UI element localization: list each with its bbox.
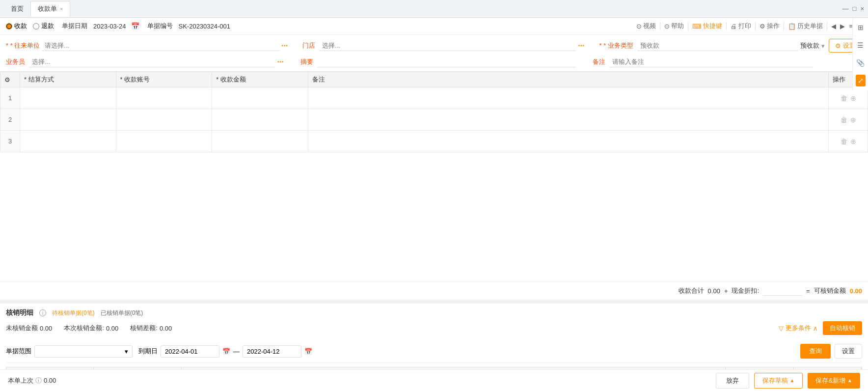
counterpart-more-icon[interactable]: ··· bbox=[281, 41, 288, 50]
staff-field: 业务员 ··· bbox=[6, 56, 284, 67]
range-label: 单据范围 bbox=[6, 347, 31, 356]
biz-type-arrow-icon[interactable]: ▾ bbox=[821, 42, 825, 50]
tab-close-icon[interactable]: × bbox=[60, 6, 63, 12]
shop-more-icon[interactable]: ··· bbox=[578, 41, 584, 50]
row-1-settle[interactable] bbox=[20, 87, 116, 109]
radio-refund[interactable]: 退款 bbox=[33, 22, 54, 30]
calendar-to-icon[interactable]: 📅 bbox=[304, 348, 312, 355]
search-btn[interactable]: 查询 bbox=[800, 344, 831, 359]
action-btn[interactable]: ⚙ 操作 bbox=[760, 22, 780, 30]
counterpart-input[interactable] bbox=[42, 40, 279, 51]
row-1-remark[interactable] bbox=[308, 87, 828, 109]
discount-input[interactable] bbox=[763, 286, 802, 296]
row-2-settle[interactable] bbox=[20, 109, 116, 131]
current-label: 本次核销金额: bbox=[64, 324, 104, 333]
staff-label: 业务员 bbox=[6, 57, 25, 66]
history-btn[interactable]: 📋 历史单据 bbox=[788, 22, 823, 30]
due-label: 到期日 bbox=[138, 347, 158, 356]
tab-active-label: 收款单 bbox=[38, 4, 57, 13]
row-3-actions: 🗑 ⊕ bbox=[829, 131, 868, 152]
divider6 bbox=[827, 22, 827, 30]
divider3 bbox=[726, 22, 727, 30]
video-btn[interactable]: ⊙ 视频 bbox=[636, 22, 656, 30]
print-btn[interactable]: 🖨 打印 bbox=[731, 22, 751, 30]
row-3-account[interactable] bbox=[116, 131, 212, 152]
biz-type-input[interactable] bbox=[637, 40, 798, 51]
available-label: 可核销金额 bbox=[814, 286, 846, 295]
range-select[interactable]: ▾ bbox=[34, 345, 133, 358]
save-draft-arrow-icon[interactable]: ▲ bbox=[790, 378, 795, 383]
shortcut-btn[interactable]: ⌨ 快捷键 bbox=[692, 22, 722, 30]
sidebar-attach-icon[interactable]: 📎 bbox=[854, 57, 867, 69]
sidebar-expand-icon[interactable]: ⤢ bbox=[856, 75, 866, 86]
date-from-input[interactable] bbox=[161, 345, 219, 358]
diff-label: 核销差额: bbox=[130, 324, 158, 333]
date-to-input[interactable] bbox=[243, 345, 301, 358]
row-num-1: 1 bbox=[0, 87, 20, 109]
last-order-info: 本单上次 ⓘ 0.00 bbox=[8, 376, 56, 385]
shop-input[interactable] bbox=[319, 40, 576, 51]
row-2-remark[interactable] bbox=[308, 109, 828, 131]
summary-input[interactable] bbox=[317, 56, 576, 67]
auto-writeoff-btn[interactable]: 自动核销 bbox=[823, 321, 862, 335]
tab-home-label: 首页 bbox=[11, 4, 24, 13]
toolbar-row: 收款 退款 单据日期 2023-03-24 📅 单据编号 SK-20230324… bbox=[0, 18, 868, 35]
nav-prev-icon[interactable]: ◀ bbox=[831, 23, 836, 30]
table-gear-header[interactable]: ⚙ bbox=[0, 72, 20, 87]
row-1-account[interactable] bbox=[116, 87, 212, 109]
filter-icon: ▽ bbox=[779, 325, 784, 332]
right-sidebar: ⊞ ☰ 📎 ⤢ bbox=[852, 18, 868, 90]
tab-home[interactable]: 首页 bbox=[4, 1, 30, 16]
close-window-icon[interactable]: × bbox=[860, 5, 864, 12]
row-3-copy-icon[interactable]: ⊕ bbox=[850, 138, 856, 145]
row-2-copy-icon[interactable]: ⊕ bbox=[850, 116, 856, 124]
save-new-button[interactable]: 保存&新增 ▲ bbox=[808, 373, 860, 389]
save-new-arrow-icon[interactable]: ▲ bbox=[847, 378, 852, 383]
divider5 bbox=[784, 22, 784, 30]
row-2-amount[interactable] bbox=[212, 109, 308, 131]
calendar-from-icon[interactable]: 📅 bbox=[222, 348, 230, 355]
row-3-delete-icon[interactable]: 🗑 bbox=[841, 138, 847, 145]
info-icon[interactable]: ⓘ bbox=[35, 376, 42, 385]
filter-setting-btn[interactable]: 设置 bbox=[835, 344, 862, 359]
remark-input[interactable] bbox=[609, 56, 813, 67]
row-3-amount[interactable] bbox=[212, 131, 308, 152]
table-row: 2 🗑 ⊕ bbox=[0, 109, 868, 131]
radio-receive[interactable]: 收款 bbox=[6, 22, 27, 30]
staff-input[interactable] bbox=[29, 56, 275, 67]
save-draft-button[interactable]: 保存草稿 ▲ bbox=[754, 373, 803, 389]
sidebar-list-icon[interactable]: ☰ bbox=[855, 39, 866, 51]
row-3-remark[interactable] bbox=[308, 131, 828, 152]
footer-buttons: 放弃 保存草稿 ▲ 保存&新增 ▲ bbox=[716, 373, 860, 389]
abandon-button[interactable]: 放弃 bbox=[716, 373, 749, 389]
calendar-icon[interactable]: 📅 bbox=[131, 22, 139, 30]
footer: 本单上次 ⓘ 0.00 放弃 保存草稿 ▲ 保存&新增 ▲ bbox=[0, 369, 868, 391]
biz-type-label: * * 业务类型 bbox=[599, 41, 633, 50]
row-2-delete-icon[interactable]: 🗑 bbox=[841, 116, 847, 124]
summary-row: 收款合计 0.00 + 现金折扣: = 可核销金额 0.00 bbox=[0, 281, 868, 300]
help-btn[interactable]: ⊙ 帮助 bbox=[664, 22, 684, 30]
remark-field: 备注 bbox=[591, 56, 813, 67]
done-tab[interactable]: 已核销单据(0笔) bbox=[101, 309, 143, 317]
row-2-account[interactable] bbox=[116, 109, 212, 131]
total-value: 0.00 bbox=[708, 287, 720, 295]
nav-next-icon[interactable]: ▶ bbox=[840, 23, 845, 30]
maximize-icon[interactable]: □ bbox=[853, 5, 857, 12]
more-conditions-btn[interactable]: ▽ 更多条件 ∧ bbox=[779, 324, 818, 333]
row-1-delete-icon[interactable]: 🗑 bbox=[841, 94, 847, 102]
staff-more-icon[interactable]: ··· bbox=[277, 57, 283, 66]
minimize-icon[interactable]: — bbox=[842, 5, 849, 12]
table-row: 1 🗑 ⊕ bbox=[0, 87, 868, 109]
total-label: 收款合计 bbox=[678, 286, 704, 295]
available-value: 0.00 bbox=[850, 287, 862, 295]
date-range-field: 到期日 📅 — 📅 bbox=[138, 345, 312, 358]
writeoff-info-icon[interactable]: i bbox=[39, 309, 46, 316]
row-1-copy-icon[interactable]: ⊕ bbox=[850, 94, 856, 102]
sidebar-grid-icon[interactable]: ⊞ bbox=[856, 22, 866, 33]
window-controls: — □ × bbox=[842, 5, 864, 12]
row-1-amount[interactable] bbox=[212, 87, 308, 109]
pending-tab[interactable]: 待核销单据(0笔) bbox=[52, 309, 95, 317]
tab-active[interactable]: 收款单 × bbox=[30, 1, 70, 17]
row-3-settle[interactable] bbox=[20, 131, 116, 152]
date-field: 单据日期 2023-03-24 📅 bbox=[62, 22, 139, 30]
